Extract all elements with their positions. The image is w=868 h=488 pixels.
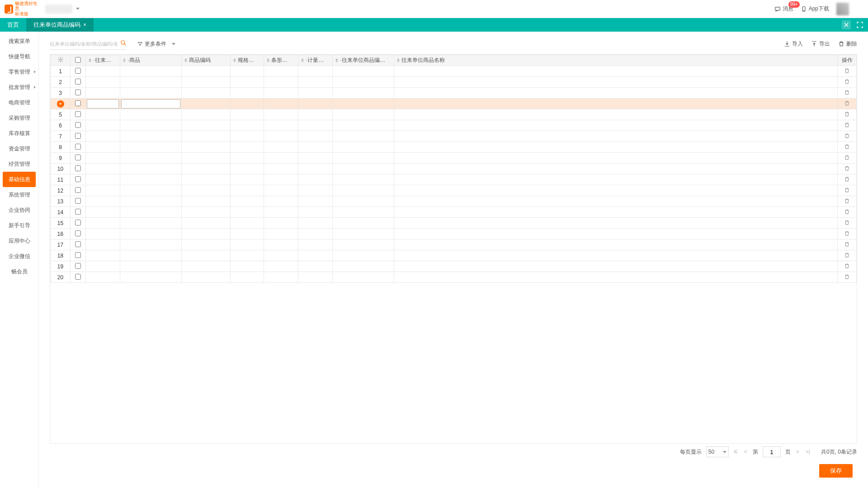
sidebar-item-零售管理[interactable]: 零售管理 [0,64,38,80]
row-delete[interactable] [838,120,857,131]
table-cell[interactable] [231,272,264,283]
table-cell[interactable] [298,229,333,239]
row-checkbox[interactable] [75,68,81,74]
table-row[interactable]: 18 [51,250,857,261]
page-input[interactable] [763,446,781,457]
table-cell[interactable] [298,174,333,185]
sidebar-item-批发管理[interactable]: 批发管理 [0,80,38,95]
table-cell[interactable] [298,99,333,109]
table-cell[interactable] [298,164,333,174]
org-selector[interactable] [45,5,80,14]
table-cell[interactable] [264,218,298,229]
table-cell[interactable] [120,153,182,164]
table-cell[interactable] [120,164,182,174]
table-cell[interactable] [333,196,394,207]
table-cell[interactable] [394,229,838,239]
table-cell[interactable] [182,272,231,283]
cell-editor[interactable] [87,99,119,108]
table-row[interactable]: 17 [51,239,857,250]
row-delete[interactable] [838,131,857,142]
table-row[interactable]: 12 [51,185,857,196]
table-cell[interactable] [182,99,231,109]
table-cell[interactable] [333,207,394,218]
import-button[interactable]: 导入 [784,40,803,48]
row-delete[interactable] [838,272,857,283]
row-checkbox[interactable] [75,133,81,139]
next-page-button[interactable]: > [795,449,800,455]
table-cell[interactable] [231,131,264,142]
table-cell[interactable] [394,239,838,250]
table-cell[interactable] [333,218,394,229]
add-row-button[interactable]: + [57,100,64,108]
table-cell[interactable] [86,120,120,131]
row-checkbox[interactable] [75,263,81,269]
table-cell[interactable] [120,196,182,207]
table-cell[interactable] [120,207,182,218]
sidebar-item-库存核算[interactable]: 库存核算 [0,126,38,141]
table-cell[interactable] [120,174,182,185]
table-cell[interactable] [333,174,394,185]
table-cell[interactable] [333,99,394,109]
sidebar-item-搜索菜单[interactable]: 搜索菜单 [0,33,38,49]
table-cell[interactable] [333,120,394,131]
table-cell[interactable] [394,272,838,283]
table-cell[interactable] [86,66,120,77]
app-download-button[interactable]: App下载 [801,5,829,13]
table-row[interactable]: 14 [51,207,857,218]
column-header[interactable]: 条形… [264,55,298,66]
table-cell[interactable] [86,77,120,88]
row-checkbox[interactable] [75,209,81,215]
row-delete[interactable] [838,99,857,109]
table-row[interactable]: 8 [51,142,857,153]
row-checkbox[interactable] [75,155,81,160]
table-cell[interactable] [298,272,333,283]
table-cell[interactable] [182,88,231,99]
table-cell[interactable] [231,218,264,229]
table-cell[interactable] [264,250,298,261]
table-cell[interactable] [231,88,264,99]
table-cell[interactable] [86,99,120,109]
table-row[interactable]: 16 [51,229,857,239]
table-cell[interactable] [182,196,231,207]
table-cell[interactable] [394,120,838,131]
table-cell[interactable] [86,153,120,164]
table-cell[interactable] [120,142,182,153]
table-cell[interactable] [182,185,231,196]
table-cell[interactable] [394,109,838,120]
sidebar-item-电商管理[interactable]: 电商管理 [0,95,38,110]
sidebar-item-基础信息[interactable]: 基础信息 [3,172,36,187]
table-row[interactable]: 1 [51,66,857,77]
row-delete[interactable] [838,196,857,207]
table-row[interactable]: 9 [51,153,857,164]
prev-page-button[interactable]: < [743,449,748,455]
table-cell[interactable] [333,77,394,88]
table-row[interactable]: 6 [51,120,857,131]
export-button[interactable]: 导出 [811,40,830,48]
table-cell[interactable] [394,196,838,207]
table-row[interactable]: 2 [51,77,857,88]
table-cell[interactable] [86,218,120,229]
sidebar-item-应用中心[interactable]: 应用中心 [0,233,38,249]
table-cell[interactable] [231,261,264,272]
table-cell[interactable] [264,66,298,77]
table-cell[interactable] [120,272,182,283]
table-cell[interactable] [86,196,120,207]
table-cell[interactable] [264,77,298,88]
table-cell[interactable] [120,218,182,229]
search-icon[interactable] [120,40,127,47]
table-cell[interactable] [231,207,264,218]
table-cell[interactable] [298,142,333,153]
row-delete[interactable] [838,142,857,153]
search-input[interactable] [50,38,127,50]
table-cell[interactable] [120,261,182,272]
row-delete[interactable] [838,77,857,88]
row-delete[interactable] [838,164,857,174]
table-cell[interactable] [182,109,231,120]
table-cell[interactable] [333,250,394,261]
table-cell[interactable] [394,66,838,77]
table-cell[interactable] [333,239,394,250]
table-cell[interactable] [264,120,298,131]
table-cell[interactable] [333,272,394,283]
row-checkbox[interactable] [75,241,81,247]
table-cell[interactable] [182,218,231,229]
